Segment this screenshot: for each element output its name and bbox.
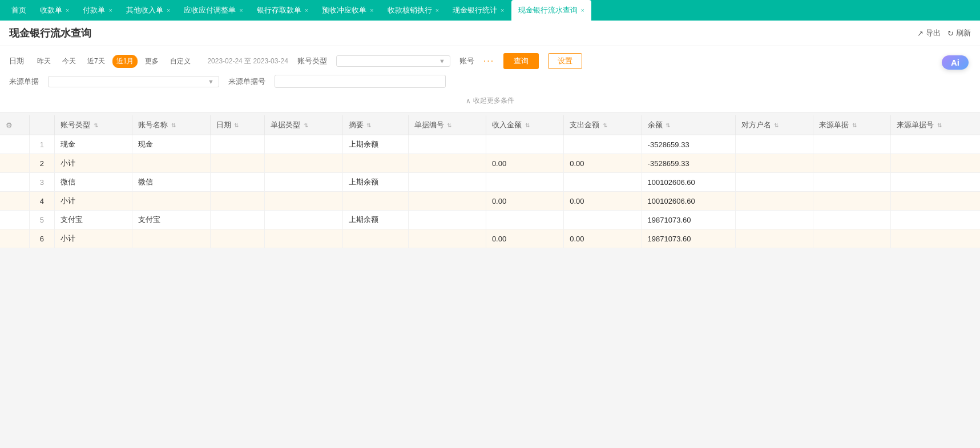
cell-account_name [132, 154, 210, 173]
cell-income [486, 135, 563, 154]
cell-account_type: 小计 [55, 192, 132, 211]
sort-account-name-icon[interactable]: ⇅ [171, 122, 176, 128]
col-account-name: 账号名称 ⇅ [132, 115, 210, 135]
cell-doc_num [408, 154, 486, 173]
sort-counterparty-icon[interactable]: ⇅ [774, 122, 779, 128]
cell-doc_num [408, 173, 486, 192]
col-date: 日期 ⇅ [210, 115, 264, 135]
nav-close-prepaid[interactable]: × [370, 0, 373, 21]
sort-doc-type-icon[interactable]: ⇅ [304, 122, 308, 128]
table-row: 2小计0.000.00-3528659.33 [0, 154, 980, 173]
date-range-display: 2023-02-24 至 2023-03-24 [207, 56, 288, 66]
export-icon: ↗ [917, 29, 923, 38]
nav-flow-query[interactable]: 现金银行流水查询 × [511, 0, 591, 21]
cell-date [210, 135, 264, 154]
sort-source-doc-num-icon[interactable]: ⇅ [937, 122, 942, 128]
nav-close-other-income[interactable]: × [167, 0, 170, 21]
col-income: 收入金额 ⇅ [486, 115, 563, 135]
sort-doc-num-icon[interactable]: ⇅ [447, 122, 451, 128]
date-btn-1month[interactable]: 近1月 [112, 55, 138, 68]
sort-source-doc-icon[interactable]: ⇅ [852, 122, 857, 128]
cell-gear [0, 229, 29, 248]
col-gear: ⚙ [0, 115, 29, 135]
table-row: 1现金现金上期余额-3528659.33 [0, 135, 980, 154]
nav-close-bank-deposit[interactable]: × [305, 0, 308, 21]
source-doc-num-input[interactable] [275, 75, 446, 88]
cell-doc_num [408, 229, 486, 248]
cell-balance: 19871073.60 [642, 211, 735, 229]
nav-close-receipt[interactable]: × [66, 0, 69, 21]
col-account-type: 账号类型 ⇅ [55, 115, 132, 135]
nav-payment[interactable]: 付款单 × [76, 0, 119, 21]
query-button[interactable]: 查询 [503, 53, 539, 69]
data-table: ⚙ 账号类型 ⇅ 账号名称 ⇅ 日期 ⇅ 单据类型 ⇅ [0, 115, 980, 248]
cell-counterparty [735, 229, 813, 248]
cell-date [210, 192, 264, 211]
cell-source_doc [813, 211, 890, 229]
cell-income: 0.00 [486, 229, 563, 248]
export-button[interactable]: ↗ 导出 [917, 28, 941, 38]
cell-source_doc_num [891, 154, 980, 173]
account-type-select[interactable]: ▼ [336, 55, 450, 67]
nav-close-adjustment[interactable]: × [239, 0, 243, 21]
cell-doc_num [408, 135, 486, 154]
cell-balance: -3528659.33 [642, 135, 735, 154]
source-doc-num-label: 来源单据号 [228, 76, 265, 87]
ai-button[interactable]: Ai [942, 55, 969, 70]
cell-summary: 上期余额 [342, 135, 408, 154]
nav-close-bank-stats[interactable]: × [501, 0, 504, 21]
cell-source_doc [813, 154, 890, 173]
refresh-icon: ↻ [947, 29, 954, 38]
cell-expense: 0.00 [564, 192, 642, 211]
sort-summary-icon[interactable]: ⇅ [366, 122, 371, 128]
nav-other-income[interactable]: 其他收入单 × [119, 0, 177, 21]
nav-close-verification[interactable]: × [435, 0, 439, 21]
cell-num: 3 [29, 173, 54, 192]
filter-row-source: 来源单据 ▼ 来源单据号 [9, 75, 971, 88]
refresh-button[interactable]: ↻ 刷新 [947, 28, 971, 38]
table-row: 4小计0.000.00100102606.60 [0, 192, 980, 211]
date-btn-more[interactable]: 更多 [141, 55, 163, 68]
date-btn-today[interactable]: 今天 [58, 55, 80, 68]
nav-adjustment[interactable]: 应收应付调整单 × [177, 0, 249, 21]
date-btn-custom[interactable]: 自定义 [166, 55, 195, 68]
cell-source_doc [813, 192, 890, 211]
settings-button[interactable]: 设置 [548, 53, 582, 69]
source-doc-select[interactable]: ▼ [48, 76, 219, 87]
nav-receipt[interactable]: 收款单 × [33, 0, 76, 21]
cell-account_type: 现金 [55, 135, 132, 154]
cell-doc_type [265, 154, 342, 173]
sort-income-icon[interactable]: ⇅ [525, 122, 530, 128]
cell-doc_num [408, 192, 486, 211]
cell-counterparty [735, 173, 813, 192]
date-btn-7days[interactable]: 近7天 [83, 55, 109, 68]
cell-account_type: 微信 [55, 173, 132, 192]
cell-date [210, 211, 264, 229]
nav-bank-deposit[interactable]: 银行存取款单 × [250, 0, 315, 21]
date-btn-yesterday[interactable]: 昨天 [33, 55, 55, 68]
chevron-up-icon: ∧ [466, 97, 471, 105]
gear-icon[interactable]: ⚙ [6, 121, 13, 130]
cell-income [486, 211, 563, 229]
nav-prepaid[interactable]: 预收冲应收单 × [315, 0, 380, 21]
collapse-bar[interactable]: ∧ 收起更多条件 [9, 94, 971, 108]
table-header-row: ⚙ 账号类型 ⇅ 账号名称 ⇅ 日期 ⇅ 单据类型 ⇅ [0, 115, 980, 135]
cell-summary [342, 154, 408, 173]
table-row: 3微信微信上期余额100102606.60 [0, 173, 980, 192]
cell-num: 4 [29, 192, 54, 211]
sort-balance-icon[interactable]: ⇅ [666, 122, 670, 128]
nav-close-flow-query[interactable]: × [581, 0, 584, 21]
cell-num: 1 [29, 135, 54, 154]
account-ellipsis-button[interactable]: ··· [483, 56, 494, 66]
table-row: 5支付宝支付宝上期余额19871073.60 [0, 211, 980, 229]
nav-close-payment[interactable]: × [108, 0, 112, 21]
cell-date [210, 229, 264, 248]
nav-verification[interactable]: 收款核销执行 × [381, 0, 446, 21]
nav-bank-stats[interactable]: 现金银行统计 × [446, 0, 511, 21]
sort-expense-icon[interactable]: ⇅ [603, 122, 607, 128]
sort-account-type-icon[interactable]: ⇅ [94, 122, 98, 128]
sort-date-icon[interactable]: ⇅ [234, 122, 239, 128]
cell-source_doc_num [891, 229, 980, 248]
nav-home[interactable]: 首页 [5, 0, 33, 21]
col-expense: 支出金额 ⇅ [564, 115, 642, 135]
